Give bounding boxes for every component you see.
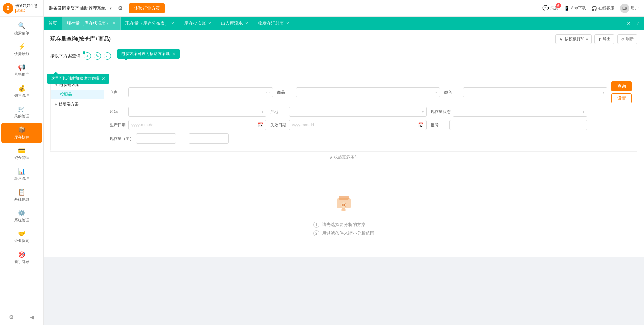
- setting-btn[interactable]: 设置: [611, 93, 632, 103]
- tab-receive-summary[interactable]: 收发存汇总表 ✕: [253, 17, 294, 30]
- calendar-icon-prod: 📅: [258, 122, 263, 128]
- production-date-placeholder: yyyy-mm-dd: [131, 123, 153, 127]
- color-arrow-icon: ▾: [603, 91, 604, 94]
- system-dropdown-btn[interactable]: ▾: [110, 6, 112, 11]
- sidebar-item-operation[interactable]: 📊 经营管理: [1, 164, 42, 184]
- origin-select[interactable]: ▾: [289, 107, 427, 117]
- sidebar-item-quick[interactable]: ⚡ 快捷导航: [1, 40, 42, 60]
- tab-bar: 首页 现存量（库存状况表） ✕ 现存量（库存分布表） ✕ 库存批次账 ✕ 出入库…: [44, 17, 644, 30]
- nav-label-guide: 新手引导: [14, 259, 29, 264]
- goods-select[interactable]: ···: [296, 87, 440, 97]
- page-header: 现存量查询(按仓库+商品) 🖨 按模板打印 ▾ ⬆ 导出 ↻ 刷新: [44, 30, 644, 48]
- sidebar-item-search[interactable]: 🔍 搜索菜单: [1, 19, 42, 39]
- production-date-input[interactable]: yyyy-mm-dd 📅: [128, 120, 266, 130]
- logo-badge: 标准版: [15, 9, 26, 13]
- tab-home[interactable]: 首页: [44, 17, 62, 30]
- expiry-date-input[interactable]: yyyy-mm-dd 📅: [289, 120, 427, 130]
- app-download-btn[interactable]: 📱 App下载: [564, 5, 586, 11]
- notification-btn[interactable]: 💬 6 消息: [542, 5, 558, 11]
- search-btn[interactable]: 查询: [611, 81, 632, 91]
- logo-icon: 6: [3, 3, 13, 14]
- size-select[interactable]: ▾: [128, 107, 266, 117]
- back-scheme-btn[interactable]: ←: [104, 52, 111, 60]
- sales-icon: 💰: [18, 85, 25, 92]
- expiry-date-placeholder: yyyy-mm-dd: [292, 123, 314, 127]
- chevron-down-icon: ▾: [110, 6, 112, 11]
- warehouse-label: 仓库: [110, 90, 126, 95]
- form-area: 仓库 ··· 商品 ···: [104, 77, 637, 151]
- tab-inventory-dist[interactable]: 现存量（库存分布表） ✕: [121, 17, 179, 30]
- tab-close-all-icon[interactable]: ✕: [625, 19, 632, 28]
- tooltip2-close[interactable]: ✕: [101, 76, 105, 82]
- sidebar-item-purchase[interactable]: 🛒 采购管理: [1, 102, 42, 122]
- tab-inventory-status-label: 现存量（库存状况表）: [67, 20, 110, 26]
- username-label: 用户: [631, 5, 639, 11]
- empty-illustration: [330, 188, 357, 215]
- tab-inout-flow[interactable]: 出入库流水 ✕: [216, 17, 253, 30]
- sidebar-item-marketing[interactable]: 📢 营销推广: [1, 60, 42, 80]
- nav-label-sales: 销售管理: [14, 93, 29, 98]
- batch-field: 批号: [431, 120, 587, 130]
- tab-receive-summary-close[interactable]: ✕: [286, 21, 289, 26]
- warehouse-select[interactable]: ···: [128, 87, 273, 97]
- inventory-status-label: 现存量状态: [431, 109, 451, 115]
- tab-inventory-dist-close[interactable]: ✕: [171, 21, 174, 26]
- current-qty-from[interactable]: [136, 133, 176, 144]
- size-label: 尺码: [110, 109, 126, 115]
- collapse-bar[interactable]: ∧ 收起更多条件: [50, 151, 637, 163]
- inventory-status-select[interactable]: ▾: [453, 107, 587, 117]
- scheme-item-pc-sub[interactable]: 按照品: [51, 90, 104, 99]
- edit-scheme-btn[interactable]: ✎: [94, 52, 101, 60]
- goods-dots[interactable]: ···: [433, 90, 437, 95]
- tooltip1-close[interactable]: ✕: [172, 51, 176, 57]
- form-row-1: 仓库 ··· 商品 ···: [110, 81, 632, 103]
- sidebar-settings-btn[interactable]: ⚙: [6, 312, 17, 322]
- header-left: 装备及固定资产辅助管理系统 ▾ ⚙ 体验行业方案: [49, 3, 165, 13]
- experience-btn[interactable]: 体验行业方案: [129, 3, 165, 13]
- origin-field: 产地 ▾: [270, 107, 427, 117]
- sidebar-item-enterprise[interactable]: 🤝 企业协同: [1, 227, 42, 247]
- warehouse-dots[interactable]: ···: [266, 90, 270, 95]
- header-settings-icon[interactable]: ⚙: [116, 4, 125, 13]
- color-select[interactable]: ▾: [463, 87, 607, 97]
- production-date-field: 生产日期 yyyy-mm-dd 📅: [110, 120, 266, 130]
- message-icon: 💬: [542, 5, 549, 11]
- tab-inventory-status-close[interactable]: ✕: [112, 21, 116, 26]
- svg-rect-1: [339, 196, 349, 200]
- goods-label: 商品: [277, 90, 294, 95]
- print-dropdown-icon: ▾: [586, 37, 588, 42]
- sidebar-item-inventory[interactable]: 📦 库存核算: [1, 123, 42, 143]
- tab-expand-icon[interactable]: ⤢: [635, 19, 641, 28]
- tab-batch-ledger[interactable]: 库存批次账 ✕: [179, 17, 216, 30]
- sidebar: 6 畅通好好生意 标准版 🔍 搜索菜单 ⚡ 快捷导航 📢 营销推广 💰 销售管理…: [0, 0, 44, 325]
- user-area[interactable]: Ea 用户: [620, 4, 639, 13]
- step-1-text: 请先选择要分析的方案: [322, 222, 366, 228]
- finance-icon: 💳: [18, 147, 25, 154]
- tooltip2-text: 这里可以创建和修改方案哦: [51, 76, 99, 82]
- filter-header: 按以下方案查询 + ✎ ←: [50, 52, 637, 60]
- sidebar-item-finance[interactable]: 💳 资金管理: [1, 144, 42, 164]
- tab-inout-flow-close[interactable]: ✕: [245, 21, 248, 26]
- expiry-date-label: 失效日期: [270, 122, 287, 128]
- sidebar-item-guide[interactable]: 🎯 新手引导: [1, 248, 42, 268]
- form-row-3: 生产日期 yyyy-mm-dd 📅 失效日期 yyyy-mm-dd: [110, 120, 632, 130]
- sidebar-item-basic[interactable]: 📋 基础信息: [1, 185, 42, 205]
- add-scheme-btn[interactable]: +: [84, 52, 91, 60]
- tab-batch-ledger-close[interactable]: ✕: [208, 21, 211, 26]
- quick-icon: ⚡: [18, 43, 25, 50]
- sidebar-collapse-btn[interactable]: ◀: [26, 312, 37, 322]
- scheme-label-sub: 按照品: [60, 92, 72, 97]
- refresh-btn[interactable]: ↻ 刷新: [617, 34, 637, 44]
- current-qty-to[interactable]: [189, 133, 229, 144]
- sidebar-item-sales[interactable]: 💰 销售管理: [1, 81, 42, 101]
- export-btn[interactable]: ⬆ 导出: [594, 34, 614, 44]
- filter-label: 按以下方案查询: [50, 53, 81, 59]
- print-btn[interactable]: 🖨 按模板打印 ▾: [555, 34, 592, 44]
- scheme-item-mobile[interactable]: ▶ 移动端方案: [51, 99, 104, 109]
- origin-label: 产地: [270, 109, 287, 115]
- sidebar-item-system[interactable]: ⚙️ 系统管理: [1, 206, 42, 226]
- online-support-btn[interactable]: 🎧 在线客服: [591, 5, 614, 11]
- nav-label-marketing: 营销推广: [14, 72, 29, 77]
- batch-input[interactable]: [449, 120, 587, 130]
- tab-inventory-status[interactable]: 现存量（库存状况表） ✕: [62, 17, 121, 30]
